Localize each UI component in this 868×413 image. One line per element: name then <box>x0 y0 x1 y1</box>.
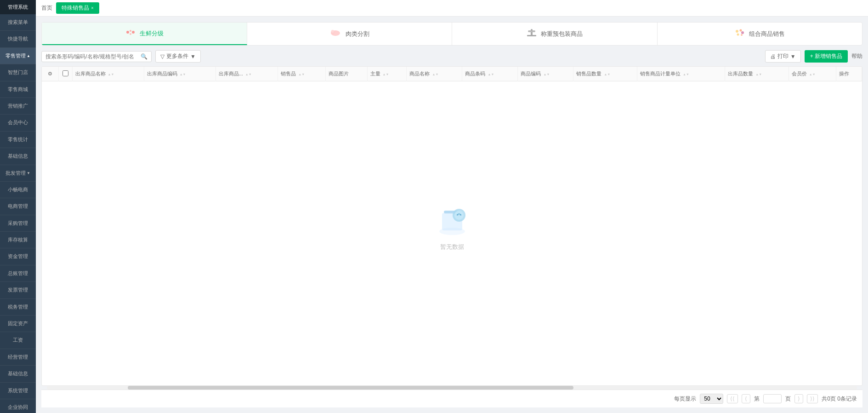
prev-page-btn[interactable]: ⟨ <box>742 394 750 403</box>
select-all-checkbox[interactable] <box>62 70 68 76</box>
th-settings[interactable]: ⚙ <box>42 67 58 81</box>
empty-state: 暂无数据 <box>434 201 471 251</box>
total-label: 共0页 0条记录 <box>822 395 857 403</box>
sidebar-item-smart-store[interactable]: 智慧门店 <box>0 64 36 81</box>
last-page-btn[interactable]: ⟩⟩ <box>807 394 818 403</box>
svg-point-6 <box>331 30 334 33</box>
sidebar-item-search[interactable]: 搜索菜单 <box>0 14 36 31</box>
pagination: 每页显示 50 10 20 100 ⟨⟨ ⟨ 第 1 页 ⟩ ⟩⟩ 共0页 0条… <box>41 390 862 407</box>
sidebar-item-basic1[interactable]: 基础信息 <box>0 148 36 165</box>
sort-arrows-out-code: ▲▼ <box>180 73 186 76</box>
sort-arrows-out-spec: ▲▼ <box>245 73 252 76</box>
toolbar: 🔍 ▽ 更多条件 ▼ 🖨 打印 ▼ + 新增销售品 帮助 <box>41 50 862 63</box>
svg-point-14 <box>737 34 739 36</box>
page-content: 生鲜分级 肉类分割 <box>36 17 868 413</box>
horizontal-scrollbar[interactable] <box>47 386 857 390</box>
active-tab[interactable]: 特殊销售品 × <box>56 2 99 14</box>
th-out-name[interactable]: 出库商品名称 ▲▼ <box>72 67 144 81</box>
tab-fresh[interactable]: 生鲜分级 <box>42 23 247 45</box>
next-page-btn[interactable]: ⟩ <box>794 394 803 403</box>
sidebar-item-finance[interactable]: 资金管理 <box>0 248 36 265</box>
sidebar-item-system[interactable]: 系统管理 <box>0 383 36 399</box>
page-label: 页 <box>785 395 791 403</box>
help-button[interactable]: 帮助 <box>851 52 862 60</box>
sidebar-item-inventory[interactable]: 库存核算 <box>0 232 36 248</box>
th-goods-name[interactable]: 商品名称 ▲▼ <box>407 67 462 81</box>
sidebar-item-fixed-assets[interactable]: 固定资产 <box>0 315 36 332</box>
tab-close-icon[interactable]: × <box>91 6 94 11</box>
th-barcode[interactable]: 商品条码 ▲▼ <box>462 67 518 81</box>
add-button[interactable]: + 新增销售品 <box>805 50 848 63</box>
svg-rect-7 <box>527 35 536 36</box>
print-button[interactable]: 🖨 打印 ▼ <box>765 50 801 63</box>
tab-label: 特殊销售品 <box>62 4 89 12</box>
page-label-pre: 第 <box>754 395 760 403</box>
search-icon[interactable]: 🔍 <box>141 53 148 60</box>
th-member-price[interactable]: 会员价 ▲▼ <box>789 67 836 81</box>
th-goods-code[interactable]: 商品编码 ▲▼ <box>518 67 573 81</box>
th-image[interactable]: 商品图片 <box>325 67 367 81</box>
first-page-btn[interactable]: ⟨⟨ <box>727 394 738 403</box>
sidebar-item-wage[interactable]: 工资 <box>0 332 36 349</box>
tab-weigh[interactable]: 称重预包装商品 <box>452 23 658 45</box>
scrollbar-thumb[interactable] <box>128 386 573 390</box>
sort-arrows-goods-code: ▲▼ <box>544 73 550 76</box>
sidebar-item-ecommerce[interactable]: 电商管理 <box>0 198 36 215</box>
search-input[interactable] <box>45 53 141 60</box>
main-content: 首页 特殊销售品 × 生鲜分级 <box>36 0 868 413</box>
th-sale-item[interactable]: 销售品 ▲▼ <box>278 67 325 81</box>
sidebar-item-marketing[interactable]: 营销推广 <box>0 98 36 115</box>
sidebar: 管理系统 搜索菜单 快捷导航 零售管理 ▲ 智慧门店 零售商城 营销推广 会员中… <box>0 0 36 413</box>
svg-point-11 <box>736 30 738 33</box>
svg-point-0 <box>126 31 129 34</box>
sort-arrows-weight: ▲▼ <box>383 73 389 76</box>
filter-chevron-icon: ▼ <box>190 53 196 60</box>
filter-button[interactable]: ▽ 更多条件 ▼ <box>155 50 201 63</box>
th-out-spec[interactable]: 出库商品... ▲▼ <box>216 67 278 81</box>
sidebar-item-enterprise[interactable]: 企业协同 <box>0 399 36 413</box>
th-out-qty[interactable]: 出库品数量 ▲▼ <box>725 67 789 81</box>
chevron-down-icon: ▲ <box>27 53 30 58</box>
sidebar-item-retail-mall[interactable]: 零售商城 <box>0 81 36 98</box>
sidebar-item-retail-stats[interactable]: 零售统计 <box>0 132 36 148</box>
svg-point-20 <box>454 211 464 220</box>
sidebar-logo: 管理系统 <box>0 0 36 14</box>
th-checkbox[interactable] <box>58 67 72 81</box>
sidebar-item-member[interactable]: 会员中心 <box>0 115 36 131</box>
svg-point-15 <box>741 34 743 36</box>
th-sale-unit[interactable]: 销售商品计量单位 ▲▼ <box>637 67 725 81</box>
home-breadcrumb[interactable]: 首页 <box>41 4 52 12</box>
th-out-code[interactable]: 出库商品编码 ▲▼ <box>144 67 216 81</box>
th-sale-qty[interactable]: 销售品数量 ▲▼ <box>573 67 637 81</box>
sidebar-item-purchase[interactable]: 采购管理 <box>0 215 36 232</box>
svg-point-1 <box>130 30 131 32</box>
data-table: ⚙ 出库商品名称 ▲▼ 出库商品编码 ▲▼ 出库 <box>42 67 862 81</box>
th-weight[interactable]: 主量 ▲▼ <box>367 67 407 81</box>
sidebar-item-mini-store[interactable]: 小畅电商 <box>0 182 36 198</box>
topbar: 首页 特殊销售品 × <box>36 0 868 17</box>
sidebar-item-wholesale[interactable]: 批发管理 ▼ <box>0 165 36 182</box>
sidebar-item-operation[interactable]: 经营管理 <box>0 349 36 366</box>
meat-icon <box>329 29 342 39</box>
print-chevron-icon: ▼ <box>790 53 796 60</box>
sidebar-item-general-ledger[interactable]: 总账管理 <box>0 265 36 282</box>
per-page-select[interactable]: 50 10 20 100 <box>700 394 723 404</box>
sidebar-item-quick[interactable]: 快捷导航 <box>0 31 36 47</box>
sidebar-item-invoice[interactable]: 发票管理 <box>0 282 36 298</box>
sidebar-item-basic2[interactable]: 基础信息 <box>0 366 36 382</box>
sidebar-item-tax[interactable]: 税务管理 <box>0 299 36 315</box>
sort-arrows-goods-name: ▲▼ <box>432 73 439 76</box>
svg-point-22 <box>460 214 461 215</box>
sort-arrows-sale: ▲▼ <box>298 73 305 76</box>
sort-arrows-sale-qty: ▲▼ <box>604 73 611 76</box>
svg-point-10 <box>531 29 533 31</box>
page-input[interactable]: 1 <box>763 394 782 403</box>
tab-meat[interactable]: 肉类分割 <box>247 23 453 45</box>
combo-icon <box>734 29 745 39</box>
tab-combo-label: 组合商品销售 <box>749 30 785 38</box>
toolbar-right: 🖨 打印 ▼ + 新增销售品 帮助 <box>765 50 862 63</box>
sidebar-item-retail[interactable]: 零售管理 ▲ <box>0 48 36 64</box>
per-page-label: 每页显示 <box>674 395 696 403</box>
tab-fresh-label: 生鲜分级 <box>140 29 164 38</box>
tab-combo[interactable]: 组合商品销售 <box>658 23 862 45</box>
